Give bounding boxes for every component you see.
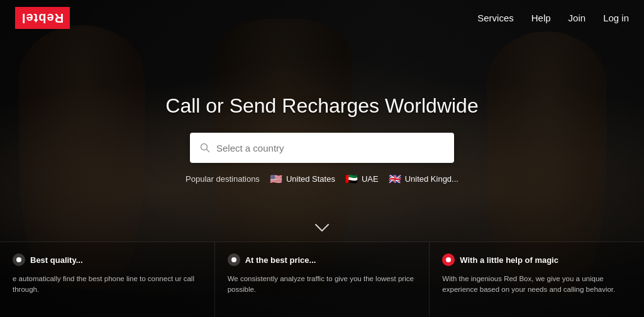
uk-flag: 🇬🇧 — [389, 173, 401, 185]
scroll-indicator — [313, 222, 331, 236]
nav-services[interactable]: Services — [477, 13, 514, 23]
popular-label: Popular destinations — [186, 174, 260, 184]
nav-login[interactable]: Log in — [603, 13, 629, 23]
destination-us[interactable]: 🇺🇸 United States — [270, 173, 335, 185]
hero-content: Call or Send Recharges Worldwide Popular… — [133, 94, 511, 185]
price-icon — [228, 253, 240, 266]
navbar: Rebtel Services Help Join Log in — [0, 0, 644, 35]
price-title: At the best price... — [245, 255, 316, 265]
logo-box: Rebtel — [15, 7, 70, 29]
destination-uk[interactable]: 🇬🇧 United Kingd... — [389, 173, 458, 185]
nav-join[interactable]: Join — [569, 13, 586, 23]
us-label: United States — [286, 174, 335, 184]
us-flag: 🇺🇸 — [270, 173, 282, 185]
destination-uae[interactable]: 🇦🇪 UAE — [345, 173, 379, 185]
feature-price: At the best price... We consistently ana… — [215, 242, 430, 317]
popular-destinations: Popular destinations 🇺🇸 United States 🇦🇪… — [133, 173, 511, 185]
price-desc: We consistently analyze traffic to give … — [228, 274, 417, 296]
uae-flag: 🇦🇪 — [345, 173, 358, 185]
country-search-input[interactable] — [216, 143, 444, 153]
hero-title: Call or Send Recharges Worldwide — [133, 94, 511, 118]
nav-links: Services Help Join Log in — [477, 13, 629, 23]
quality-icon — [13, 253, 25, 266]
uk-label: United Kingd... — [405, 174, 458, 184]
features-bar: Best quality... e automatically find the… — [0, 242, 644, 317]
quality-desc: e automatically find the best phone line… — [13, 274, 202, 296]
uae-label: UAE — [362, 174, 379, 184]
logo-container: Rebtel — [15, 7, 70, 29]
search-bar — [190, 133, 454, 163]
svg-line-1 — [207, 150, 209, 152]
magic-desc: With the ingenious Red Box, we give you … — [442, 274, 631, 296]
logo-text: Rebtel — [21, 11, 64, 25]
search-icon — [200, 143, 210, 153]
quality-title: Best quality... — [30, 255, 83, 265]
magic-icon — [442, 253, 455, 266]
nav-help[interactable]: Help — [531, 13, 551, 23]
feature-magic: With a little help of magic With the ing… — [430, 242, 644, 317]
magic-title: With a little help of magic — [460, 255, 558, 265]
feature-quality: Best quality... e automatically find the… — [0, 242, 215, 317]
